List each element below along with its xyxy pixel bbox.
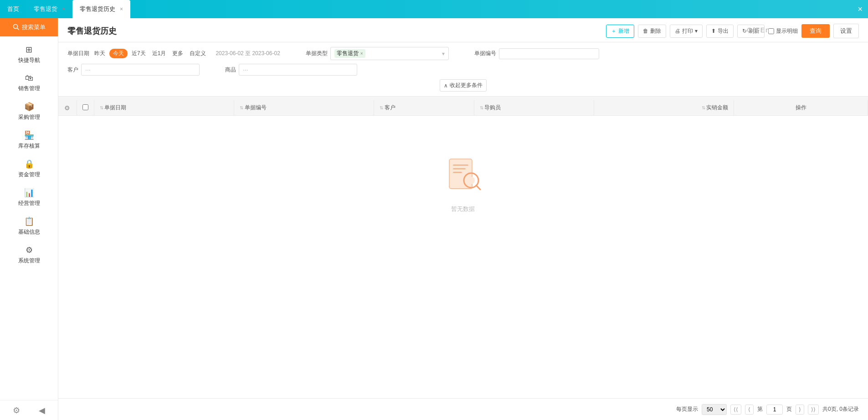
type-filter-select[interactable]: 零售退货 × ▾ — [330, 47, 449, 60]
sidebar-search[interactable]: 搜索菜单 — [0, 18, 58, 36]
number-filter-input[interactable] — [499, 48, 599, 59]
date-btn-more[interactable]: 更多 — [170, 49, 185, 58]
tab-retail-return-label: 零售退货 — [34, 5, 57, 13]
empty-state-cell: 暂无数据 — [58, 116, 868, 250]
type-filter-label: 单据类型 — [306, 50, 328, 57]
collapse-filter-button[interactable]: ∧ 收起更多条件 — [440, 79, 487, 92]
page-next-button[interactable]: ⟩ — [796, 405, 804, 415]
sidebar-item-operations[interactable]: 📊 经营管理 — [0, 183, 58, 212]
sidebar-item-system-mgmt[interactable]: ⚙ 系统管理 — [0, 241, 58, 269]
collapse-sidebar-icon[interactable]: ◀ — [39, 405, 45, 415]
page-first-button[interactable]: ⟨⟨ — [730, 405, 741, 415]
type-select-arrow: ▾ — [442, 51, 445, 57]
search-icon — [13, 24, 19, 31]
empty-state: 暂无数据 — [58, 116, 868, 250]
table-area: ⚙ ⇅ 单据日期 ⇅ 单据编号 — [58, 100, 868, 398]
sort-icon-guide[interactable]: ⇅ — [480, 105, 485, 110]
sidebar-item-quick-nav-label: 快捷导航 — [18, 56, 40, 64]
table-header-row: ⚙ ⇅ 单据日期 ⇅ 单据编号 — [58, 100, 868, 116]
filter-area: 单据日期 昨天 今天 近7天 近1月 更多 自定义 2023-06-02 至 2… — [58, 42, 868, 97]
sidebar-item-inventory[interactable]: 🏪 库存核算 — [0, 126, 58, 154]
page-title: 零售退货历史 — [67, 26, 117, 36]
plus-icon: ＋ — [611, 27, 616, 35]
svg-line-1 — [17, 28, 19, 30]
print-button[interactable]: 🖨 打印 ▾ — [670, 25, 703, 38]
table-settings-icon[interactable]: ⚙ — [64, 104, 70, 112]
export-icon: ⬆ — [711, 28, 716, 34]
sort-icon-amount[interactable]: ⇅ — [702, 105, 707, 110]
delete-button[interactable]: 🗑 删除 — [638, 25, 666, 38]
finance-icon: 🔒 — [24, 159, 34, 169]
svg-rect-3 — [453, 164, 468, 166]
th-customer: ⇅ 客户 — [374, 100, 474, 116]
empty-row: 暂无数据 — [58, 116, 868, 250]
sidebar-item-sales-mgmt[interactable]: 🛍 销售管理 — [0, 69, 58, 97]
sidebar-item-finance[interactable]: 🔒 资金管理 — [0, 154, 58, 183]
sales-icon: 🛍 — [25, 73, 33, 83]
date-range-value: 2023-06-02 至 2023-06-02 — [216, 50, 280, 57]
goods-filter-select[interactable]: ··· — [239, 64, 357, 76]
operations-icon: 📊 — [24, 188, 34, 198]
page-number-input[interactable] — [766, 405, 783, 415]
sidebar-nav: ⊞ 快捷导航 🛍 销售管理 📦 采购管理 🏪 库存核算 🔒 资金管理 📊 — [0, 36, 58, 400]
print-chevron-icon: ▾ — [695, 28, 698, 34]
sidebar-item-system-label: 系统管理 — [18, 257, 40, 265]
type-tag-close[interactable]: × — [360, 51, 363, 56]
th-customer-label: 客户 — [385, 104, 395, 111]
date-filter-item: 单据日期 昨天 今天 近7天 近1月 更多 自定义 — [67, 49, 208, 58]
tab-retail-return-history[interactable]: 零售退货历史 × — [72, 0, 130, 18]
settings-button[interactable]: 设置 — [833, 24, 859, 38]
select-all-checkbox[interactable] — [82, 104, 88, 110]
sort-icon-date[interactable]: ⇅ — [100, 105, 105, 110]
date-filter-label: 单据日期 — [67, 50, 89, 57]
page-size-select[interactable]: 20 50 100 — [702, 404, 727, 415]
collapse-up-icon: ∧ — [444, 82, 448, 89]
sidebar-item-sales-label: 销售管理 — [18, 85, 40, 92]
tab-retail-return-history-close[interactable]: × — [120, 6, 123, 12]
export-button[interactable]: ⬆ 导出 — [706, 25, 734, 38]
sidebar-item-quick-nav[interactable]: ⊞ 快捷导航 — [0, 40, 58, 69]
customer-filter-select[interactable]: ··· — [81, 64, 200, 76]
date-btn-7days[interactable]: 近7天 — [129, 49, 148, 58]
sidebar-item-purchase-mgmt[interactable]: 📦 采购管理 — [0, 97, 58, 126]
main-layout: 搜索菜单 ⊞ 快捷导航 🛍 销售管理 📦 采购管理 🏪 库存核算 🔒 资金管理 — [0, 18, 868, 420]
th-guide: ⇅ 导购员 — [474, 100, 594, 116]
show-detail-checkbox-label[interactable]: 显示明细 — [768, 27, 798, 35]
th-ops-label: 操作 — [796, 104, 806, 111]
sidebar-item-basic-info-label: 基础信息 — [18, 228, 40, 236]
tab-retail-return[interactable]: 零售退货 × — [26, 0, 72, 18]
delete-icon: 🗑 — [643, 28, 648, 34]
sort-icon-number[interactable]: ⇅ — [240, 105, 245, 110]
th-ops: 操作 — [734, 100, 868, 116]
date-btn-today[interactable]: 今天 — [109, 49, 128, 58]
tab-retail-return-history-label: 零售退货历史 — [80, 5, 115, 13]
th-amount: ⇅ 实销金额 — [594, 100, 734, 116]
table-header: ⚙ ⇅ 单据日期 ⇅ 单据编号 — [58, 100, 868, 116]
page-last-button[interactable]: ⟩⟩ — [808, 405, 819, 415]
settings-bottom-icon[interactable]: ⚙ — [13, 405, 20, 415]
page-prev-button[interactable]: ⟨ — [745, 405, 754, 415]
empty-state-illustration — [440, 152, 486, 198]
delete-button-label: 删除 — [650, 27, 661, 35]
sort-icon-customer[interactable]: ⇅ — [380, 105, 385, 110]
date-filter-buttons: 昨天 今天 近7天 近1月 更多 自定义 — [92, 49, 208, 58]
settings-button-label: 设置 — [840, 27, 852, 34]
sidebar-item-purchase-label: 采购管理 — [18, 113, 40, 121]
query-button[interactable]: 查询 — [801, 24, 830, 38]
svg-point-8 — [467, 177, 475, 184]
tab-retail-return-close[interactable]: × — [62, 6, 65, 12]
date-btn-custom[interactable]: 自定义 — [187, 49, 208, 58]
date-range-item: 2023-06-02 至 2023-06-02 — [216, 50, 280, 57]
tab-home-label: 首页 — [7, 5, 19, 13]
th-guide-label: 导购员 — [484, 104, 501, 111]
window-close-button[interactable]: × — [852, 5, 868, 14]
show-detail-label: 显示明细 — [776, 27, 798, 35]
sidebar-item-basic-info[interactable]: 📋 基础信息 — [0, 212, 58, 241]
date-btn-yesterday[interactable]: 昨天 — [92, 49, 108, 58]
date-btn-1month[interactable]: 近1月 — [150, 49, 169, 58]
svg-rect-5 — [453, 172, 462, 173]
tab-home[interactable]: 首页 — [0, 0, 26, 18]
sidebar-bottom: ⚙ ◀ — [0, 400, 58, 420]
basic-info-icon: 📋 — [24, 216, 34, 226]
new-button[interactable]: ＋ 新增 — [606, 25, 634, 38]
